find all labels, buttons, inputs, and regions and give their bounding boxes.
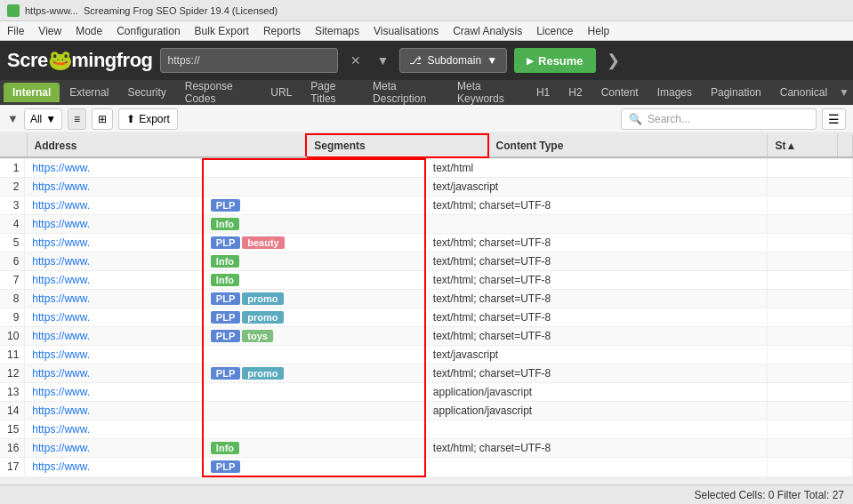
filter-dropdown[interactable]: All ▼: [24, 108, 62, 130]
tab-meta-description[interactable]: Meta Description: [364, 76, 447, 108]
cell-address[interactable]: https://www.: [25, 271, 203, 290]
cell-address[interactable]: https://www.: [25, 458, 203, 477]
cell-address[interactable]: https://www.: [25, 364, 203, 383]
table-row[interactable]: 8https://www.PLPpromotext/html; charset=…: [0, 290, 853, 308]
cell-address[interactable]: https://www.: [25, 327, 203, 346]
tab-content[interactable]: Content: [592, 83, 648, 102]
table-row[interactable]: 12https://www.PLPpromotext/html; charset…: [0, 364, 853, 383]
col-header-status[interactable]: St▲: [768, 134, 838, 157]
table-body[interactable]: 1https://www.text/html2https://www.text/…: [0, 158, 853, 484]
cell-content-type: text/html; charset=UTF-8: [425, 271, 768, 290]
cell-content-type: text/html; charset=UTF-8: [425, 327, 768, 346]
menu-licence[interactable]: Licence: [536, 25, 573, 37]
table-row[interactable]: 2https://www.text/javascript: [0, 178, 853, 196]
filter-lines-icon: ☰: [828, 112, 840, 126]
subdomain-label: Subdomain: [427, 54, 481, 67]
menu-reports[interactable]: Reports: [263, 25, 301, 37]
search-box[interactable]: 🔍 Search...: [621, 108, 817, 130]
table-row[interactable]: 10https://www.PLPtoystext/html; charset=…: [0, 327, 853, 346]
resume-button[interactable]: Resume: [514, 48, 596, 73]
status-bar: Selected Cells: 0 Filter Total: 27: [0, 484, 853, 504]
tab-meta-keywords[interactable]: Meta Keywords: [448, 76, 527, 108]
table-row[interactable]: 6https://www.Infotext/html; charset=UTF-…: [0, 252, 853, 271]
tab-page-titles[interactable]: Page Titles: [302, 76, 363, 108]
table-row[interactable]: 3https://www.PLPtext/html; charset=UTF-8: [0, 196, 853, 215]
menu-view[interactable]: View: [38, 25, 61, 37]
menu-file[interactable]: File: [7, 25, 24, 37]
cell-status: [767, 420, 852, 439]
tab-url[interactable]: URL: [262, 83, 301, 102]
row-number: 3: [0, 196, 25, 215]
table-row[interactable]: 13https://www.application/javascript: [0, 383, 853, 402]
cell-content-type: text/html; charset=UTF-8: [425, 364, 768, 383]
cell-address[interactable]: https://www.: [25, 234, 203, 252]
menu-crawl-analysis[interactable]: Crawl Analysis: [453, 25, 522, 37]
tabs-more-arrow[interactable]: ▼: [839, 86, 849, 99]
cell-address[interactable]: https://www.: [25, 420, 203, 439]
menu-mode[interactable]: Mode: [76, 25, 102, 37]
cell-address[interactable]: https://www.: [25, 308, 203, 327]
cell-address[interactable]: https://www.: [25, 402, 203, 420]
list-view-button[interactable]: ≡: [68, 108, 86, 130]
badge-info: Info: [211, 255, 239, 268]
cell-status: [767, 439, 852, 458]
subdomain-button[interactable]: ⎇ Subdomain ▼: [399, 48, 507, 73]
cell-address[interactable]: https://www.: [25, 383, 203, 402]
table-row[interactable]: 17https://www.PLP: [0, 458, 853, 477]
menu-bulk-export[interactable]: Bulk Export: [195, 25, 249, 37]
cell-address[interactable]: https://www.: [25, 196, 203, 215]
cell-segments: Info: [203, 215, 425, 234]
cell-address[interactable]: https://www.: [25, 215, 203, 234]
tab-pagination[interactable]: Pagination: [702, 83, 770, 102]
tab-h1[interactable]: H1: [527, 83, 559, 102]
tree-view-button[interactable]: ⊞: [92, 108, 113, 130]
table-row[interactable]: 15https://www.: [0, 420, 853, 439]
menu-help[interactable]: Help: [588, 25, 610, 37]
row-number: 11: [0, 346, 25, 364]
menu-configuration[interactable]: Configuration: [117, 25, 180, 37]
cell-segments: PLPpromo: [203, 364, 425, 383]
menu-bar: File View Mode Configuration Bulk Export…: [0, 21, 853, 41]
cell-address[interactable]: https://www.: [25, 290, 203, 308]
cell-address[interactable]: https://www.: [25, 178, 203, 196]
table-row[interactable]: 5https://www.PLPbeautytext/html; charset…: [0, 234, 853, 252]
cell-segments: [203, 402, 425, 420]
table-row[interactable]: 16https://www.Infotext/html; charset=UTF…: [0, 439, 853, 458]
list-view-icon: ≡: [74, 113, 80, 125]
tab-h2[interactable]: H2: [559, 83, 591, 102]
tab-images[interactable]: Images: [648, 83, 701, 102]
cell-address[interactable]: https://www.: [25, 252, 203, 271]
cell-segments: Info: [203, 439, 425, 458]
tab-canonical[interactable]: Canonical: [771, 83, 836, 102]
col-header-segments[interactable]: Segments: [306, 134, 487, 157]
cell-address[interactable]: https://www.: [25, 439, 203, 458]
table-row[interactable]: 14https://www.application/javascript: [0, 402, 853, 420]
menu-sitemaps[interactable]: Sitemaps: [315, 25, 359, 37]
tab-security[interactable]: Security: [118, 83, 174, 102]
tab-external[interactable]: External: [60, 83, 117, 102]
tab-internal[interactable]: Internal: [4, 83, 60, 102]
col-header-address[interactable]: Address: [27, 134, 306, 157]
table-row[interactable]: 1https://www.text/html: [0, 159, 853, 178]
table-row[interactable]: 9https://www.PLPpromotext/html; charset=…: [0, 308, 853, 327]
cell-content-type: application/javascript: [425, 402, 768, 420]
dropdown-arrow[interactable]: ▼: [374, 53, 393, 68]
export-button[interactable]: ⬆ Export: [118, 108, 178, 130]
cell-segments: [203, 420, 425, 439]
col-header-content-type[interactable]: Content Type: [488, 134, 768, 157]
tab-response-codes[interactable]: Response Codes: [176, 76, 262, 108]
advanced-filter-button[interactable]: ☰: [822, 108, 846, 130]
cell-address[interactable]: https://www.: [25, 346, 203, 364]
table-row[interactable]: 11https://www.text/javascript: [0, 346, 853, 364]
table-row[interactable]: 7https://www.Infotext/html; charset=UTF-…: [0, 271, 853, 290]
cell-status: [767, 252, 852, 271]
menu-visualisations[interactable]: Visualisations: [374, 25, 439, 37]
cell-address[interactable]: https://www.: [25, 159, 203, 178]
address-bar[interactable]: https://: [160, 48, 338, 73]
more-button[interactable]: ❯: [607, 51, 620, 70]
filter-bar: ▼ All ▼ ≡ ⊞ ⬆ Export 🔍 Search... ☰: [0, 105, 853, 133]
badge-toys: toys: [242, 330, 273, 342]
stop-button[interactable]: ✕: [345, 53, 366, 68]
row-number: 14: [0, 402, 25, 420]
table-row[interactable]: 4https://www.Info: [0, 215, 853, 234]
